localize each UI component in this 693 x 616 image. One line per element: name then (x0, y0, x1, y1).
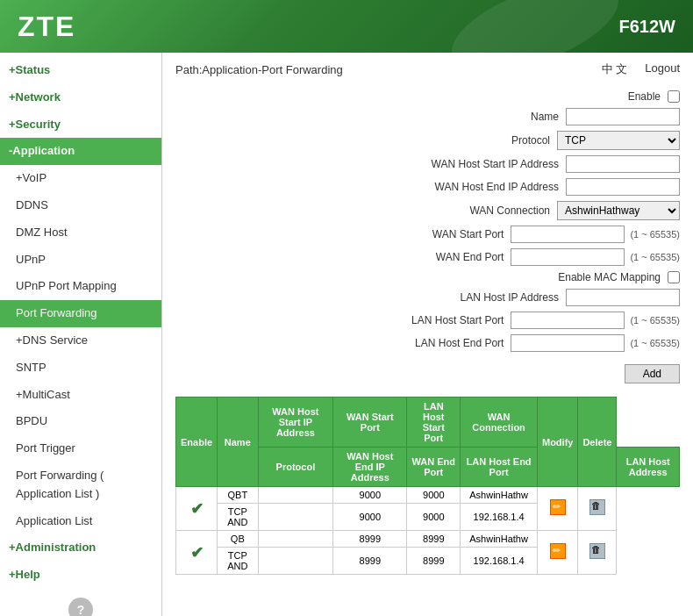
sidebar-item-port-forwarding-app-list[interactable]: Port Forwarding ( Application List ) (0, 462, 161, 508)
protocol-row: Protocol TCP UDP TCP AND UDP (175, 131, 680, 150)
row2-wan-start-port: 8999 (333, 531, 407, 548)
lan-host-ip-input[interactable] (566, 289, 680, 306)
lan-host-end-input[interactable] (511, 334, 625, 352)
port-forwarding-table-container: Enable Name WAN Host Start IP Address WA… (175, 397, 680, 575)
wan-connection-label: WAN Connection (392, 204, 550, 217)
checkmark-icon: ✔ (190, 544, 204, 562)
wan-host-end-label: WAN Host End IP Address (401, 181, 559, 193)
wan-host-end-input[interactable] (566, 178, 680, 196)
wan-start-port-row: WAN Start Port (1 ~ 65535) (175, 226, 680, 243)
sidebar-item-port-forwarding[interactable]: Port Forwarding (0, 300, 161, 327)
add-button[interactable]: Add (625, 364, 680, 383)
port-forwarding-table: Enable Name WAN Host Start IP Address WA… (175, 397, 680, 575)
row1-modify[interactable] (537, 487, 577, 531)
sidebar-item-network[interactable]: +Network (0, 84, 161, 111)
checkmark-icon: ✔ (190, 500, 204, 518)
sidebar-item-multicast[interactable]: +MultiCast (0, 382, 161, 409)
row1-wan-start-port: 9000 (333, 487, 407, 504)
lan-host-end-row: LAN Host End Port (1 ~ 65535) (175, 334, 680, 352)
sidebar-item-status[interactable]: +Status (0, 57, 161, 84)
enable-mac-label: Enable MAC Mapping (503, 271, 661, 283)
wan-host-end-row: WAN Host End IP Address (175, 178, 680, 196)
sidebar-item-voip[interactable]: +VoIP (0, 165, 161, 192)
row1-protocol: TCP AND (218, 504, 258, 531)
row1-wan-end-port: 9000 (333, 504, 407, 531)
sidebar-item-security[interactable]: +Security (0, 111, 161, 139)
wan-end-port-input[interactable] (511, 248, 625, 266)
row1-lan-host-address: 192.168.1.4 (461, 504, 538, 531)
row1-wan-host-start-ip (258, 487, 333, 504)
row2-protocol: TCP AND (218, 548, 258, 575)
wan-end-port-hint: (1 ~ 65535) (630, 252, 680, 262)
row2-lan-host-start-port: 8999 (407, 531, 461, 548)
add-button-row: Add (175, 357, 680, 383)
wan-start-port-input[interactable] (511, 226, 625, 243)
th-lan-host-end: LAN Host End Port (461, 448, 538, 487)
row1-delete[interactable] (578, 487, 617, 531)
row2-wan-connection: AshwinHathw (461, 531, 538, 548)
lan-host-start-label: LAN Host Start Port (346, 314, 504, 326)
th-wan-start-port: WAN Start Port (333, 398, 407, 448)
lan-host-start-hint: (1 ~ 65535) (630, 315, 680, 326)
row2-enable: ✔ (176, 531, 218, 575)
lan-host-ip-row: LAN Host IP Address (175, 289, 680, 306)
breadcrumb-path: Path:Application-Port Forwarding (175, 63, 343, 76)
enable-mac-checkbox[interactable] (668, 271, 680, 283)
lan-host-end-hint: (1 ~ 65535) (630, 338, 680, 348)
table-header-row: Enable Name WAN Host Start IP Address WA… (176, 398, 680, 448)
wan-host-start-label: WAN Host Start IP Address (401, 158, 559, 170)
breadcrumb-links: 中 文 Logout (602, 61, 680, 77)
wan-connection-select[interactable]: AshwinHathway (557, 201, 680, 220)
th-wan-host-end: WAN Host End IP Address (333, 448, 407, 487)
row2-delete-button[interactable] (589, 542, 606, 562)
sidebar-item-upnp-port-mapping[interactable]: UPnP Port Mapping (0, 273, 161, 300)
name-input[interactable] (566, 108, 680, 125)
row2-modify[interactable] (537, 531, 577, 575)
sidebar-item-help[interactable]: +Help (0, 562, 161, 589)
protocol-select[interactable]: TCP UDP TCP AND UDP (557, 131, 680, 150)
sidebar-item-dmz-host[interactable]: DMZ Host (0, 219, 161, 247)
th-lan-host-start: LAN Host Start Port (407, 398, 461, 448)
sidebar-item-administration[interactable]: +Administration (0, 534, 161, 562)
row1-lan-host-end-port: 9000 (407, 504, 461, 531)
help-icon[interactable]: ? (68, 598, 93, 616)
main-content: Path:Application-Port Forwarding 中 文 Log… (162, 53, 693, 616)
sidebar-item-ddns[interactable]: DDNS (0, 192, 161, 219)
row2-wan-host-end-ip (258, 548, 333, 575)
row1-delete-button[interactable] (589, 498, 606, 519)
sidebar-item-sntp[interactable]: SNTP (0, 355, 161, 382)
sidebar-item-dns-service[interactable]: +DNS Service (0, 327, 161, 355)
sidebar-item-upnp[interactable]: UPnP (0, 247, 161, 274)
sidebar-item-application[interactable]: -Application (0, 138, 161, 165)
lan-host-end-label: LAN Host End Port (346, 337, 504, 349)
wan-connection-row: WAN Connection AshwinHathway (175, 201, 680, 220)
table-row: ✔ QB 8999 8999 AshwinHathw (176, 531, 680, 548)
row1-wan-host-end-ip (258, 504, 333, 531)
row1-name: QBT (218, 487, 258, 504)
th-wan-end-port: WAN End Port (407, 448, 461, 487)
row1-edit-button[interactable] (549, 498, 567, 519)
th-lan-host-addr: LAN Host Address (617, 448, 680, 487)
sidebar-item-port-trigger[interactable]: Port Trigger (0, 435, 161, 462)
row2-lan-host-end-port: 8999 (407, 548, 461, 575)
row2-wan-end-port: 8999 (333, 548, 407, 575)
sidebar-item-bpdu[interactable]: BPDU (0, 408, 161, 435)
logout-link[interactable]: Logout (645, 61, 680, 77)
wan-host-start-row: WAN Host Start IP Address (175, 155, 680, 173)
enable-row: Enable (175, 90, 680, 103)
wan-end-port-label: WAN End Port (346, 251, 504, 263)
edit-icon (550, 543, 566, 559)
row2-lan-host-address: 192.168.1.4 (461, 548, 538, 575)
sidebar-item-application-list[interactable]: Application List (0, 508, 161, 535)
row2-wan-host-start-ip (258, 531, 333, 548)
enable-checkbox[interactable] (668, 90, 680, 103)
th-wan-host-start: WAN Host Start IP Address (258, 398, 333, 448)
layout: +Status +Network +Security -Application … (0, 53, 693, 616)
wan-host-start-input[interactable] (566, 155, 680, 173)
lan-host-start-input[interactable] (511, 312, 625, 329)
lang-link[interactable]: 中 文 (602, 61, 628, 77)
row2-edit-button[interactable] (549, 542, 567, 562)
row2-delete[interactable] (578, 531, 617, 575)
wan-end-port-row: WAN End Port (1 ~ 65535) (175, 248, 680, 266)
th-name: Name (218, 398, 258, 487)
